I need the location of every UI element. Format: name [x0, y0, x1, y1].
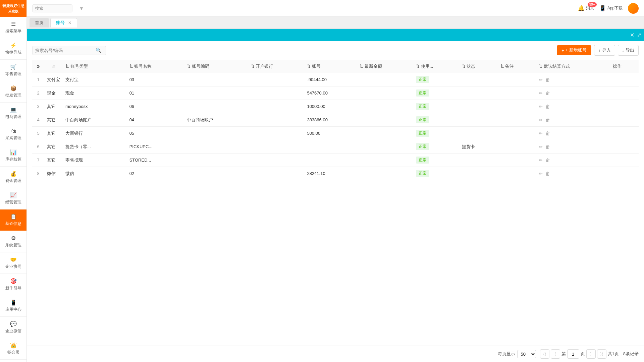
col-bank[interactable]: ⇅ 开户银行 — [248, 60, 305, 73]
sidebar-item-label: 搜索菜单 — [2, 28, 25, 34]
breadcrumb-search[interactable] — [32, 4, 72, 12]
ecommerce-icon: 💻 — [2, 107, 25, 113]
col-account-name[interactable]: ⇅ 账号名称 — [127, 60, 184, 73]
dropdown-arrow-icon[interactable]: ▼ — [79, 6, 84, 11]
sidebar-item-wholesale-mgmt[interactable]: 📦 批发管理 — [0, 81, 26, 103]
tab-home[interactable]: 首页 — [30, 18, 49, 27]
row-account-no — [248, 100, 305, 113]
edit-icon[interactable]: ✏ — [539, 158, 543, 163]
tab-account[interactable]: 账号 ✕ — [50, 18, 77, 27]
download-action[interactable]: 📱 App下载 — [599, 5, 623, 11]
delete-icon[interactable]: 🗑 — [545, 117, 550, 123]
row-actions: ✏ 🗑 — [536, 154, 610, 167]
delete-icon[interactable]: 🗑 — [545, 171, 550, 176]
search-box: 🔍 — [32, 46, 106, 55]
next-page-button[interactable]: ⟩ — [586, 349, 596, 359]
page-size-select[interactable]: 50 10 20 100 — [517, 350, 536, 358]
row-account-type: 其它 — [44, 113, 63, 127]
add-icon: + — [561, 48, 564, 53]
sidebar-item-basic-info[interactable]: 📋 基础信息 — [0, 209, 26, 231]
edit-icon[interactable]: ✏ — [539, 117, 543, 123]
last-page-button[interactable]: ⟩⟩ — [597, 349, 606, 359]
tab-close-icon[interactable]: ✕ — [68, 20, 71, 25]
message-badge: 99+ — [588, 2, 597, 7]
col-account-type[interactable]: ⇅ 账号类型 — [63, 60, 127, 73]
import-button[interactable]: ↑ 导入 — [594, 45, 615, 56]
row-bank — [184, 140, 248, 154]
first-page-button[interactable]: ⟨⟨ — [540, 349, 549, 359]
row-actions: ✏ 🗑 — [536, 100, 610, 113]
sidebar-item-quick-nav[interactable]: ⚡ 快捷导航 — [0, 38, 26, 60]
row-balance: 28241.10 — [304, 167, 357, 180]
sidebar-item-search-menu[interactable]: ☰ 搜索菜单 — [0, 17, 26, 38]
sidebar-item-finance-mgmt[interactable]: 💰 资金管理 — [0, 167, 26, 188]
sidebar-item-retail-mgmt[interactable]: 🛒 零售管理 — [0, 60, 26, 81]
edit-icon[interactable]: ✏ — [539, 77, 543, 82]
row-account-code: 03 — [127, 73, 184, 86]
messages-action[interactable]: 🔔 消息 99+ — [578, 5, 594, 11]
page-suffix: 页 — [581, 351, 585, 357]
page-number-input[interactable] — [567, 349, 579, 359]
sidebar-item-label: 企业微信 — [2, 328, 25, 334]
edit-icon[interactable]: ✏ — [539, 131, 543, 136]
row-status: 正常 — [413, 113, 459, 127]
col-status[interactable]: ⇅ 状态 — [459, 60, 498, 73]
row-account-code: PICKUPC... — [127, 140, 184, 154]
col-gear[interactable]: ⚙ — [32, 60, 44, 73]
sidebar-item-purchase-mgmt[interactable]: 🛍 采购管理 — [0, 124, 26, 145]
row-account-name: 大新银行 — [63, 127, 127, 140]
sidebar-item-vip-member[interactable]: 👑 畅会员 — [0, 338, 26, 360]
edit-icon[interactable]: ✏ — [539, 104, 543, 109]
col-balance[interactable]: ⇅ 最新余额 — [357, 60, 413, 73]
delete-icon[interactable]: 🗑 — [545, 90, 550, 96]
avatar[interactable] — [628, 3, 639, 14]
table-row: 6 其它 提货卡（零... PICKUPC... 正常 提货卡 ✏ 🗑 — [32, 140, 639, 154]
table-container: ⚙ # ⇅ 账号类型 ⇅ 账号名称 ⇅ 账号编码 ⇅ 开户银行 — [27, 60, 644, 346]
edit-icon[interactable]: ✏ — [539, 90, 543, 96]
edit-icon[interactable]: ✏ — [539, 144, 543, 149]
sidebar-item-ecommerce-mgmt[interactable]: 💻 电商管理 — [0, 103, 26, 124]
row-index: 3 — [32, 100, 44, 113]
edit-icon[interactable]: ✏ — [539, 171, 543, 176]
col-remark[interactable]: ⇅ 备注 — [498, 60, 536, 73]
sidebar-item-enterprise-agreement[interactable]: 🤝 企业协同 — [0, 252, 26, 274]
row-account-name: 提货卡（零... — [63, 140, 127, 154]
row-actions: ✏ 🗑 — [536, 73, 610, 86]
close-window-icon[interactable]: ✕ — [630, 32, 634, 38]
col-usage[interactable]: ⇅ 使用... — [413, 60, 459, 73]
row-account-name: 零售抵现 — [63, 154, 127, 167]
pagination: ⟨⟨ ⟨ 第 页 ⟩ ⟩⟩ 共1页，8条记录 — [540, 349, 639, 359]
col-account-no[interactable]: ⇅ 账号 — [304, 60, 357, 73]
row-default-payment — [498, 127, 536, 140]
sidebar-item-app-center[interactable]: 📱 应用中心 — [0, 295, 26, 317]
sidebar-item-enterprise-wechat[interactable]: 💬 企业微信 — [0, 317, 26, 338]
row-status: 正常 — [413, 167, 459, 180]
sidebar-item-inventory[interactable]: 📊 库存核算 — [0, 145, 26, 167]
sidebar-item-system-mgmt[interactable]: ⚙ 系统管理 — [0, 231, 26, 252]
row-account-type: 其它 — [44, 154, 63, 167]
delete-icon[interactable]: 🗑 — [545, 158, 550, 163]
delete-icon[interactable]: 🗑 — [545, 104, 550, 109]
col-account-code[interactable]: ⇅ 账号编码 — [184, 60, 248, 73]
sidebar: 畅捷通好生意 乐意版 ☰ 搜索菜单 ⚡ 快捷导航 🛒 零售管理 📦 批发管理 💻… — [0, 0, 27, 362]
sidebar-item-newbie-guide[interactable]: 🎯 新手引导 — [0, 274, 26, 295]
export-button[interactable]: ↓ 导出 — [618, 45, 639, 56]
row-bank — [184, 100, 248, 113]
table-row: 3 其它 moneybosx 06 10000.00 正常 ✏ 🗑 — [32, 100, 639, 113]
col-default-payment[interactable]: ⇅ 默认结算方式 — [536, 60, 610, 73]
row-account-type: 其它 — [44, 100, 63, 113]
table-body: 1 支付宝 支付宝 03 -90444.00 正常 ✏ 🗑 2 现金 现金 01… — [32, 73, 639, 180]
prev-page-button[interactable]: ⟨ — [551, 349, 560, 359]
row-account-type: 现金 — [44, 86, 63, 100]
add-account-button[interactable]: + + 新增账号 — [557, 45, 591, 55]
row-account-no — [248, 154, 305, 167]
row-remark — [459, 127, 498, 140]
wholesale-icon: 📦 — [2, 85, 25, 92]
delete-icon[interactable]: 🗑 — [545, 144, 550, 149]
delete-icon[interactable]: 🗑 — [545, 131, 550, 136]
account-search-input[interactable] — [35, 46, 96, 55]
delete-icon[interactable]: 🗑 — [545, 77, 550, 82]
sidebar-item-operations-mgmt[interactable]: 📈 经营管理 — [0, 188, 26, 209]
expand-icon[interactable]: ⤢ — [637, 32, 641, 38]
sidebar-item-label: 企业协同 — [2, 264, 25, 269]
